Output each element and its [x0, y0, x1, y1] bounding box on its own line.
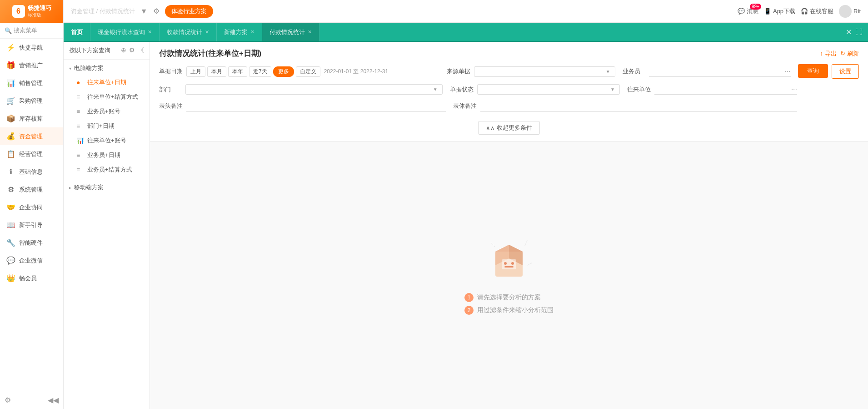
date-field: 单据日期 上月 本月 本年 近7天 更多 自定义 2022-01-01 至 20…	[159, 66, 439, 77]
tab-close-icon[interactable]: ✕	[250, 29, 254, 35]
sidebar-item-operation[interactable]: 📋 经营管理	[0, 145, 63, 163]
sidebar-item-system[interactable]: ⚙ 系统管理	[0, 181, 63, 198]
sidebar-item-wechat[interactable]: 💬 企业微信	[0, 252, 63, 269]
left-panel-header: 按以下方案查询 ⊕ ⚙ 《	[64, 42, 150, 60]
tab-close-icon[interactable]: ✕	[308, 29, 312, 35]
tab-home[interactable]: 首页	[64, 23, 90, 41]
tab-payment[interactable]: 付款情况统计 ✕	[262, 23, 319, 41]
tab-receipt[interactable]: 收款情况统计 ✕	[160, 23, 217, 41]
sidebar-item-finance[interactable]: 💰 资金管理	[0, 127, 63, 145]
tab-cash-bank[interactable]: 现金银行流水查询 ✕	[90, 23, 160, 41]
export-icon: ↑	[820, 50, 823, 57]
sidebar-item-quick-nav[interactable]: ⚡ 快捷导航	[0, 39, 63, 56]
date-btn-this-month[interactable]: 本月	[207, 66, 226, 77]
staff-label: 业务员	[623, 67, 645, 76]
empty-illustration	[482, 236, 536, 288]
scheme-item-staff-settle[interactable]: ≡ 业务员+结算方式	[64, 162, 150, 177]
sidebar-item-sales[interactable]: 📊 销售管理	[0, 74, 63, 92]
filter-rows: 单据日期 上月 本月 本年 近7天 更多 自定义 2022-01-01 至 20…	[159, 64, 859, 135]
filter-row-3: 表头备注 表体备注	[159, 100, 859, 112]
head-note-input[interactable]	[186, 100, 446, 112]
sidebar-item-guide[interactable]: 📖 新手引导	[0, 216, 63, 234]
empty-hints: 1 请先选择要分析的方案 2 用过滤条件来缩小分析范围	[464, 293, 554, 315]
tab-fullscreen-icon[interactable]: ⛶	[855, 28, 863, 36]
scheme-item-partner-date[interactable]: ● 往来单位+日期	[64, 75, 150, 90]
empty-state: 1 请先选择要分析的方案 2 用过滤条件来缩小分析范围	[150, 141, 868, 409]
sidebar-item-label: 营销推广	[19, 61, 43, 70]
settings-scheme-icon[interactable]: ⚙	[129, 46, 135, 55]
service-button[interactable]: 🎧 在线客服	[801, 7, 833, 15]
topbar: 资金管理 / 付款情况统计 ▼ ⚙ 体验行业方案 💬 消息 99+ 📱 App下…	[64, 0, 868, 23]
svg-point-8	[504, 262, 507, 265]
sidebar-item-label: 库存核算	[19, 115, 43, 123]
tab-new-scheme[interactable]: 新建方案 ✕	[217, 23, 262, 41]
tab-label: 收款情况统计	[167, 28, 202, 36]
scheme-item-partner-account[interactable]: 📊 往来单位+账号	[64, 133, 150, 148]
status-arrow: ▼	[610, 87, 615, 92]
app-download-button[interactable]: 📱 App下载	[764, 7, 795, 15]
dept-select[interactable]: ▼	[185, 84, 443, 95]
sidebar-search[interactable]: 🔍 搜索菜单	[0, 23, 63, 39]
chevron-right-icon: ▸	[69, 185, 71, 190]
enterprise-icon: 🤝	[6, 203, 15, 212]
scheme-group-desktop[interactable]: ▾ 电脑端方案	[64, 61, 150, 75]
svg-point-9	[511, 262, 514, 265]
collapse-panel-icon[interactable]: 《	[138, 46, 144, 55]
sidebar-item-purchase[interactable]: 🛒 采购管理	[0, 92, 63, 110]
source-field: 来源单据 ▼	[447, 66, 615, 77]
settings-footer-icon[interactable]: ⚙	[5, 396, 11, 404]
topbar-settings-icon[interactable]: ⚙	[153, 7, 160, 15]
related-ellipsis[interactable]: ···	[791, 85, 797, 93]
finance-icon: 💰	[6, 132, 15, 141]
filter-area: 付款情况统计(往来单位+日期) ↑ 导出 ↻ 刷新	[150, 42, 868, 141]
hardware-icon: 🔧	[6, 238, 15, 247]
sidebar-item-inventory[interactable]: 📦 库存核算	[0, 110, 63, 127]
scheme-item-staff-account[interactable]: ≡ 业务员+账号	[64, 104, 150, 119]
sidebar-item-hardware[interactable]: 🔧 智能硬件	[0, 234, 63, 252]
scheme-item-label: 业务员+日期	[87, 151, 120, 159]
query-button[interactable]: 查询	[798, 64, 828, 78]
collapse-btn[interactable]: ∧∧ 收起更多条件	[478, 121, 540, 135]
tab-close-all-icon[interactable]: ✕	[846, 28, 852, 36]
sidebar-item-basic[interactable]: ℹ 基础信息	[0, 163, 63, 181]
body-note-input[interactable]	[480, 100, 797, 112]
body-note-label: 表体备注	[453, 102, 477, 110]
trial-button[interactable]: 体验行业方案	[165, 5, 213, 18]
system-icon: ⚙	[6, 185, 15, 194]
hint-text-1: 请先选择要分析的方案	[477, 293, 541, 302]
scheme-group-mobile[interactable]: ▸ 移动端方案	[64, 181, 150, 194]
date-btn-custom[interactable]: 自定义	[296, 66, 320, 77]
status-select[interactable]: ▼	[477, 84, 620, 95]
desktop-scheme-group: ▾ 电脑端方案 ● 往来单位+日期 ≡ 往来单位+结算方式 ≡ 业务员+账号 ≡	[64, 60, 150, 179]
source-select[interactable]: ▼	[474, 66, 615, 77]
topbar-dropdown[interactable]: ▼	[140, 7, 148, 15]
scheme-item-partner-settle[interactable]: ≡ 往来单位+结算方式	[64, 90, 150, 104]
user-menu[interactable]: Rit	[839, 5, 861, 18]
empty-hint-1: 1 请先选择要分析的方案	[464, 293, 554, 302]
export-button[interactable]: ↑ 导出	[820, 50, 837, 58]
collapse-sidebar-icon[interactable]: ◀◀	[48, 396, 59, 404]
sidebar-footer: ⚙ ◀◀	[0, 391, 63, 409]
related-label: 往来单位	[627, 86, 651, 94]
sidebar-item-marketing[interactable]: 🎁 营销推广	[0, 56, 63, 74]
add-scheme-icon[interactable]: ⊕	[121, 46, 126, 55]
scheme-item-staff-date[interactable]: ≡ 业务员+日期	[64, 148, 150, 162]
sidebar-item-vip[interactable]: 👑 畅会员	[0, 269, 63, 287]
refresh-button[interactable]: ↻ 刷新	[840, 50, 859, 58]
tab-close-icon[interactable]: ✕	[205, 29, 209, 35]
app-label: App下载	[773, 7, 795, 15]
related-field: 往来单位 ···	[627, 84, 797, 95]
date-btn-last-month[interactable]: 上月	[186, 66, 205, 77]
sidebar-item-label: 企业协同	[19, 203, 43, 212]
staff-ellipsis[interactable]: ···	[785, 67, 791, 76]
date-btn-this-year[interactable]: 本年	[228, 66, 247, 77]
msg-button[interactable]: 💬 消息 99+	[738, 7, 758, 15]
date-btn-more[interactable]: 更多	[273, 66, 294, 77]
tab-close-icon[interactable]: ✕	[148, 29, 152, 35]
sidebar-item-enterprise[interactable]: 🤝 企业协同	[0, 198, 63, 216]
main-area: 资金管理 / 付款情况统计 ▼ ⚙ 体验行业方案 💬 消息 99+ 📱 App下…	[64, 0, 868, 409]
scheme-group-label: 移动端方案	[74, 183, 104, 192]
settings-button[interactable]: 设置	[832, 64, 859, 79]
scheme-item-dept-date[interactable]: ≡ 部门+日期	[64, 119, 150, 133]
date-btn-7days[interactable]: 近7天	[249, 66, 271, 77]
